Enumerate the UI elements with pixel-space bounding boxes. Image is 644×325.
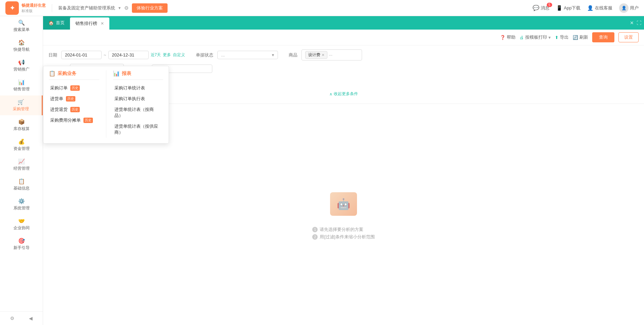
report-col-title: 报表 (122, 71, 131, 77)
print-label: 按模板打印 (525, 34, 547, 40)
sidebar-item-basic[interactable]: 📋 基础信息 (0, 175, 43, 195)
dropdown-col-purchase: 📋 采购业务 采购订单 历史 进货单 历史 进货退货 历史 采购费用分摊单 历史 (43, 70, 105, 138)
dropdown-item-expense[interactable]: 采购费用分摊单 历史 (49, 115, 99, 126)
goods-select[interactable]: 设计费 ✕ ··· (301, 49, 362, 60)
toolbar: ❓ 帮助 🖨 按模板打印 ▾ ⬆ 导出 🔄 刷新 (43, 30, 644, 45)
online-service-label: 在线客服 (595, 5, 612, 11)
query-btn[interactable]: 查询 (592, 32, 614, 42)
guide-icon: 🎯 (18, 238, 25, 244)
dropdown-columns: 📋 采购业务 采购订单 历史 进货单 历史 进货退货 历史 采购费用分摊单 历史 (43, 70, 169, 138)
setting-btn[interactable]: 设置 (618, 32, 639, 42)
purchase-col-icon: 📋 (49, 70, 56, 77)
purchase-icon: 🛒 (17, 99, 24, 105)
collapse-up-icon: ∧ (329, 92, 332, 96)
home-tab-icon: 🏠 (48, 21, 54, 26)
date-quick-7days[interactable]: 近7天 (151, 52, 161, 58)
sidebar-item-purchase[interactable]: 🛒 采购管理 (0, 95, 43, 115)
main-layout: 🔍 搜索菜单 🏠 快捷导航 📢 营销推广 📊 销售管理 🛒 采购管 (0, 16, 644, 325)
expense-history-tag: 历史 (83, 118, 93, 123)
filter-row-1: 日期 ~ 近7天 更多 自定义 单据状态 ... ▾ (48, 49, 639, 60)
export-btn[interactable]: ⬆ 导出 (555, 34, 569, 40)
app-download-label: App下载 (564, 5, 580, 11)
sidebar-label-purchase: 采购管理 (13, 106, 29, 112)
report-col-icon: 📊 (113, 70, 120, 77)
date-label: 日期 (48, 52, 57, 58)
settings-icon[interactable]: ⚙ (124, 5, 129, 11)
order-stats-label: 采购订单统计表 (114, 85, 145, 91)
sidebar-item-search[interactable]: 🔍 搜索菜单 (0, 16, 43, 36)
sidebar-item-quick-nav[interactable]: 🏠 快捷导航 (0, 36, 43, 56)
user-action[interactable]: 👤 用户 (619, 3, 639, 13)
finance-icon: 💰 (18, 138, 25, 145)
voucher-status-select[interactable]: ... ▾ (217, 51, 278, 59)
footer-settings-btn[interactable]: ⚙ (10, 316, 14, 321)
print-btn[interactable]: 🖨 按模板打印 ▾ (520, 34, 551, 40)
tab-close-btn[interactable]: ✕ (101, 21, 104, 26)
goods-label: 商品 (289, 52, 297, 58)
enterprise-icon: 🤝 (18, 218, 25, 224)
sidebar: 🔍 搜索菜单 🏠 快捷导航 📢 营销推广 📊 销售管理 🛒 采购管 (0, 16, 43, 325)
sales-icon: 📊 (18, 79, 25, 85)
refresh-label: 刷新 (579, 34, 588, 40)
avatar: 👤 (619, 3, 629, 13)
voucher-status-label: 单据状态 (196, 52, 213, 58)
export-label: 导出 (560, 34, 569, 40)
tab-sales-ranking[interactable]: 销售排行榜 ✕ (70, 17, 109, 30)
online-service-action[interactable]: 👤 在线客服 (587, 5, 612, 11)
sidebar-item-inventory[interactable]: 📦 库存核算 (0, 115, 43, 135)
dropdown-item-incoming[interactable]: 进货单 历史 (49, 93, 99, 104)
sidebar-item-finance[interactable]: 💰 资金管理 (0, 135, 43, 155)
message-icon: 💬 (533, 5, 539, 11)
date-end-input[interactable] (108, 51, 149, 59)
dropdown-item-purchase-order[interactable]: 采购订单 历史 (49, 83, 99, 93)
help-icon: ❓ (500, 35, 505, 40)
sidebar-item-marketing[interactable]: 📢 营销推广 (0, 56, 43, 76)
dropdown-divider (106, 70, 106, 138)
date-quick-more[interactable]: 更多 (163, 52, 171, 58)
help-label: 帮助 (507, 34, 515, 40)
dropdown-item-incoming-stats-goods[interactable]: 进货单统计表（按商品） (113, 104, 164, 121)
date-separator: ~ (104, 52, 106, 57)
refresh-btn[interactable]: 🔄 刷新 (573, 34, 588, 40)
industry-btn[interactable]: 体验行业方案 (132, 3, 168, 13)
sidebar-nav: 🔍 搜索菜单 🏠 快捷导航 📢 营销推广 📊 销售管理 🛒 采购管 (0, 16, 43, 311)
top-bar-left: ✦ 畅捷通好生意 标准版 装备及固定资产辅助管理系统 ▾ ⚙ 体验行业方案 (5, 1, 533, 15)
logo-icon: ✦ (5, 1, 19, 15)
message-action[interactable]: 💬 5 消息 (533, 5, 549, 11)
help-btn[interactable]: ❓ 帮助 (500, 34, 515, 40)
dropdown-arrow-icon[interactable]: ▾ (118, 5, 121, 10)
system-icon: ⚙️ (18, 198, 25, 204)
basic-icon: 📋 (18, 178, 25, 185)
dropdown-item-order-exec[interactable]: 采购订单执行表 (113, 93, 164, 104)
tab-win-expand-btn[interactable]: ⛶ (637, 20, 641, 26)
empty-tips: 1 请先选择要分析的方案 2 用[过滤]条件来缩小分析范围 (312, 227, 374, 240)
tab-win-close-btn[interactable]: ✕ (630, 20, 634, 26)
sidebar-item-sales[interactable]: 📊 销售管理 (0, 76, 43, 95)
dropdown-item-order-stats[interactable]: 采购订单统计表 (113, 83, 164, 93)
tip-num-2: 2 (312, 234, 318, 240)
export-icon: ⬆ (555, 35, 559, 40)
inventory-icon: 📦 (18, 119, 25, 125)
print-icon: 🖨 (520, 35, 524, 40)
purchase-col-title: 采购业务 (58, 71, 76, 77)
sidebar-item-operations[interactable]: 📈 经营管理 (0, 155, 43, 175)
app-download-action[interactable]: 📱 App下载 (556, 5, 580, 11)
order-exec-label: 采购订单执行表 (114, 96, 145, 102)
incoming-label: 进货单 (50, 96, 63, 102)
dropdown-item-incoming-stats-supplier[interactable]: 进货单统计表（按供应商） (113, 121, 164, 138)
sidebar-label-finance: 资金管理 (13, 146, 30, 152)
date-quick-custom[interactable]: 自定义 (173, 52, 185, 58)
marketing-icon: 📢 (18, 59, 25, 66)
dropdown-item-return[interactable]: 进货退货 历史 (49, 104, 99, 115)
expense-label: 采购费用分摊单 (50, 117, 81, 123)
sidebar-item-system[interactable]: ⚙️ 系统管理 (0, 195, 43, 214)
date-start-input[interactable] (61, 51, 102, 59)
tab-home[interactable]: 🏠 首页 (43, 16, 70, 30)
logo-area: ✦ 畅捷通好生意 标准版 (5, 1, 46, 15)
print-arrow-icon: ▾ (548, 35, 551, 40)
sidebar-item-enterprise[interactable]: 🤝 企业协同 (0, 214, 43, 234)
footer-collapse-btn[interactable]: ◀ (29, 316, 33, 321)
top-bar-right: 💬 5 消息 📱 App下载 👤 在线客服 👤 用户 (533, 3, 639, 13)
sidebar-item-guide[interactable]: 🎯 新手引导 (0, 234, 43, 254)
goods-tag-close[interactable]: ✕ (322, 53, 324, 57)
